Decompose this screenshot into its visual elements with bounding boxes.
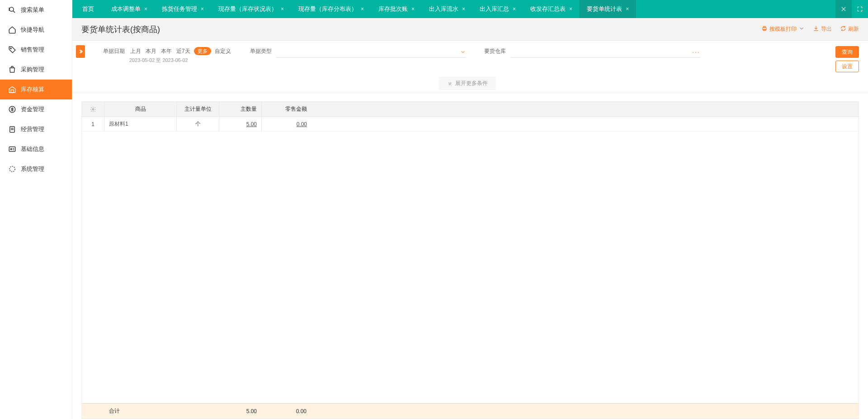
tab-stock-distribution[interactable]: 现存量（库存分布表）× xyxy=(291,0,371,18)
filter-date: 单据日期 上月 本月 本年 近7天 更多 自定义 2023-05-02 至 20… xyxy=(103,46,232,64)
home-icon xyxy=(8,26,16,34)
refresh-button[interactable]: 刷新 xyxy=(840,25,859,33)
tab-io-summary[interactable]: 出入库汇总× xyxy=(472,0,523,18)
close-all-button[interactable] xyxy=(835,0,852,18)
sidebar-item-label: 采购管理 xyxy=(21,66,44,74)
coin-icon xyxy=(8,105,16,113)
date-tab-this-year[interactable]: 本年 xyxy=(160,46,173,56)
th-product[interactable]: 商品 xyxy=(104,102,177,117)
date-tab-more[interactable]: 更多 xyxy=(194,47,211,55)
page-header: 要货单统计表(按商品) 按模板打印 导出 刷新 xyxy=(72,18,868,41)
date-tab-last7[interactable]: 近7天 xyxy=(175,46,191,56)
collapse-filters-button[interactable] xyxy=(76,45,85,58)
tab-home[interactable]: 首页 xyxy=(72,0,104,18)
sidebar-item-fund[interactable]: 资金管理 xyxy=(0,99,72,119)
svg-point-0 xyxy=(9,7,14,11)
sidebar-item-label: 库存核算 xyxy=(21,85,44,94)
close-icon[interactable]: × xyxy=(201,6,204,12)
svg-line-1 xyxy=(13,11,15,13)
date-tab-last-month[interactable]: 上月 xyxy=(129,46,142,56)
warehouse-icon xyxy=(8,85,16,94)
svg-point-19 xyxy=(92,108,94,110)
close-icon[interactable]: × xyxy=(626,6,629,12)
svg-rect-4 xyxy=(11,90,14,93)
close-icon[interactable]: × xyxy=(569,6,572,12)
tab-label: 出入库流水 xyxy=(429,5,458,13)
search-icon xyxy=(8,6,16,14)
date-tab-this-month[interactable]: 本月 xyxy=(145,46,157,56)
tab-label: 收发存汇总表 xyxy=(530,5,566,13)
chevron-down-icon xyxy=(798,25,805,33)
svg-rect-17 xyxy=(764,26,766,28)
print-template-button[interactable]: 按模板打印 xyxy=(761,25,805,33)
refresh-label: 刷新 xyxy=(848,25,859,33)
tab-cost-adjust[interactable]: 成本调整单× xyxy=(104,0,155,18)
column-settings-button[interactable] xyxy=(82,102,104,117)
sidebar-item-operation[interactable]: 经营管理 xyxy=(0,119,72,139)
settings-button[interactable]: 设置 xyxy=(835,61,859,72)
close-icon[interactable]: × xyxy=(144,6,147,12)
date-tab-custom[interactable]: 自定义 xyxy=(214,46,232,56)
cell-qty[interactable]: 5.00 xyxy=(219,117,262,131)
amount-link[interactable]: 0.00 xyxy=(297,121,307,127)
tab-label: 成本调整单 xyxy=(111,5,141,13)
export-label: 导出 xyxy=(821,25,832,33)
tab-io-flow[interactable]: 出入库流水× xyxy=(422,0,472,18)
sidebar-item-quick-nav[interactable]: 快捷导航 xyxy=(0,20,72,40)
th-amount[interactable]: 零售金额 xyxy=(262,102,311,117)
ellipsis-icon: ··· xyxy=(692,48,700,56)
footer-qty: 5.00 xyxy=(219,408,262,414)
cell-amount[interactable]: 0.00 xyxy=(262,117,311,131)
type-select[interactable] xyxy=(276,46,466,58)
fullscreen-button[interactable] xyxy=(852,0,868,18)
th-qty[interactable]: 主数量 xyxy=(219,102,262,117)
close-icon[interactable]: × xyxy=(411,6,415,12)
sidebar-item-system[interactable]: 系统管理 xyxy=(0,159,72,179)
sidebar-item-purchase[interactable]: 采购管理 xyxy=(0,60,72,80)
query-label: 查询 xyxy=(842,48,853,56)
sidebar-item-sales[interactable]: 销售管理 xyxy=(0,40,72,60)
sidebar-item-label: 快捷导航 xyxy=(21,26,44,34)
tab-batch-ledger[interactable]: 库存批次账× xyxy=(371,0,422,18)
page-title: 要货单统计表(按商品) xyxy=(81,24,160,35)
sidebar-item-label: 搜索菜单 xyxy=(21,6,44,14)
table-footer: 合计 5.00 0.00 xyxy=(82,403,859,419)
svg-point-13 xyxy=(9,166,15,172)
sidebar-item-base-info[interactable]: 基础信息 xyxy=(0,139,72,159)
gear-dashed-icon xyxy=(8,165,16,173)
sidebar-item-label: 系统管理 xyxy=(21,165,44,173)
close-icon[interactable]: × xyxy=(513,6,516,12)
print-label: 按模板打印 xyxy=(769,25,797,33)
close-icon[interactable]: × xyxy=(361,6,364,12)
warehouse-label: 要货仓库 xyxy=(484,46,506,56)
expand-filters-button[interactable]: 展开更多条件 xyxy=(439,77,496,90)
filter-panel: 单据日期 上月 本月 本年 近7天 更多 自定义 2023-05-02 至 20… xyxy=(72,41,868,93)
tab-label: 现存量（库存状况表） xyxy=(218,5,277,13)
settings-label: 设置 xyxy=(842,63,853,71)
footer-amount: 0.00 xyxy=(262,408,311,414)
close-icon[interactable]: × xyxy=(462,6,465,12)
sidebar: 搜索菜单 快捷导航 销售管理 采购管理 库存核算 资金管理 经营管理 基础信息 xyxy=(0,0,72,419)
footer-label: 合计 xyxy=(104,407,177,415)
warehouse-select[interactable]: ··· xyxy=(510,46,700,58)
date-label: 单据日期 xyxy=(103,46,125,56)
sidebar-item-search-menu[interactable]: 搜索菜单 xyxy=(0,0,72,20)
close-icon[interactable]: × xyxy=(281,6,284,12)
expand-label: 展开更多条件 xyxy=(455,80,488,87)
tab-stock-status[interactable]: 现存量（库存状况表）× xyxy=(211,0,291,18)
qty-link[interactable]: 5.00 xyxy=(246,121,257,127)
export-icon xyxy=(813,25,819,33)
type-label: 单据类型 xyxy=(250,46,272,56)
sidebar-item-inventory[interactable]: 库存核算 xyxy=(0,80,72,99)
th-unit[interactable]: 主计量单位 xyxy=(177,102,219,117)
clipboard-icon xyxy=(8,125,16,133)
cell-product: 原材料1 xyxy=(104,117,177,131)
export-button[interactable]: 导出 xyxy=(813,25,832,33)
tab-rsd-summary[interactable]: 收发存汇总表× xyxy=(523,0,580,18)
tab-requisition-stats[interactable]: 要货单统计表× xyxy=(580,0,636,18)
table-row: 1 原材料1 个 5.00 0.00 xyxy=(82,117,859,132)
query-button[interactable]: 查询 xyxy=(835,46,859,58)
sidebar-item-label: 资金管理 xyxy=(21,105,44,113)
tab-picking-task[interactable]: 拣货任务管理× xyxy=(155,0,211,18)
table-header: 商品 主计量单位 主数量 零售金额 xyxy=(82,102,859,117)
